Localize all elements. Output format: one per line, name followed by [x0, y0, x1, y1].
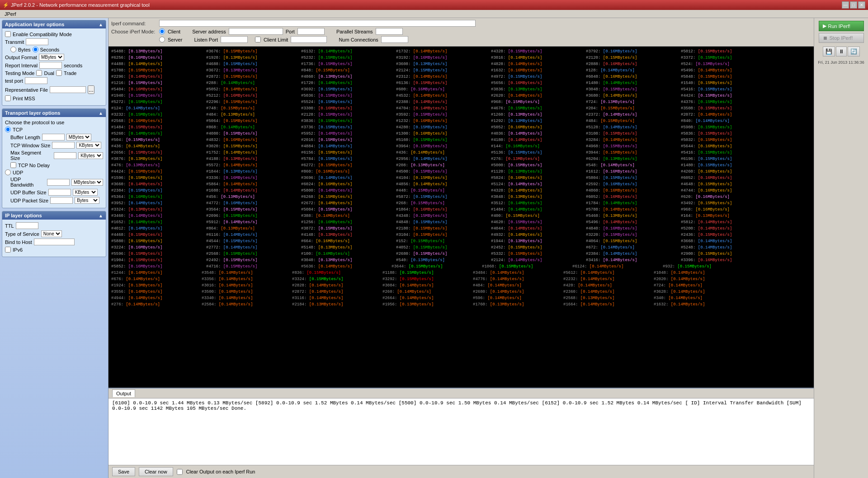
output-format-select[interactable]: MBytes KBytes GBytes	[39, 54, 64, 61]
buffer-length-unit[interactable]: MBytes	[66, 134, 91, 141]
rep-file-input[interactable]	[50, 86, 86, 93]
mode-row: Choose iPerf Mode: Client Server address…	[111, 28, 811, 35]
ipv6-row: IPv6	[5, 247, 103, 253]
udp-buffer-input[interactable]: 41	[48, 189, 71, 196]
rep-file-browse[interactable]: ...	[88, 85, 94, 94]
viz-entry: #3500: [0.14MBytes/s]	[201, 289, 291, 295]
viz-entry: #5032: [0.15MBytes/s]	[680, 137, 775, 143]
seconds-radio[interactable]	[33, 47, 38, 52]
refresh-icon-button[interactable]: 🔄	[848, 47, 860, 56]
test-port-input[interactable]: 5,001	[25, 77, 47, 84]
save-icon-button[interactable]: 💾	[823, 47, 835, 56]
run-icon: ▶	[823, 23, 826, 29]
viz-entry: #6136: [0.15MBytes/s]	[395, 80, 490, 86]
viz-entry: #1652: [0.14MBytes/s]	[110, 219, 205, 225]
max-segment-input[interactable]: 1	[54, 152, 76, 159]
tcp-radio[interactable]	[5, 127, 11, 132]
clear-on-run-checkbox[interactable]	[177, 469, 183, 475]
udp-packet-unit[interactable]: Bytes	[75, 197, 99, 204]
tos-select[interactable]: None	[41, 230, 62, 237]
server-address-input[interactable]: 192.168.0.4	[229, 28, 283, 35]
tcp-window-unit[interactable]: KBytes	[76, 142, 101, 149]
buffer-length-input[interactable]: 2	[42, 134, 65, 141]
udp-bandwidth-input[interactable]: 1	[47, 179, 70, 186]
viz-entry: #672: [0.14MBytes/s]	[585, 244, 680, 251]
client-limit-checkbox[interactable]	[255, 37, 261, 42]
udp-buffer-unit[interactable]: KBytes	[73, 189, 98, 196]
close-button[interactable]: ✕	[858, 1, 865, 9]
stop-iperf-button[interactable]: ⏹ Stop IPerf!	[819, 33, 864, 43]
viz-entry: #3372: [0.15MBytes/s]	[680, 55, 775, 61]
port-input[interactable]: 5,001	[297, 28, 325, 35]
app-layer-collapse[interactable]: ▲	[99, 22, 103, 27]
trade-checkbox[interactable]	[56, 70, 62, 76]
client-limit-input[interactable]	[291, 36, 327, 43]
tcp-window-row: TCP Window Size 56 KBytes	[5, 142, 103, 149]
viz-entry: #4968: [0.15MBytes/s]	[585, 143, 680, 150]
report-interval-input[interactable]: 1	[39, 62, 62, 69]
viz-entry: #5912: [0.14MBytes/s]	[205, 219, 300, 225]
max-segment-unit[interactable]: KBytes	[78, 152, 103, 159]
print-mss-checkbox[interactable]	[5, 95, 11, 101]
ttl-input[interactable]: 1	[16, 222, 38, 229]
viz-entry: #3108: [0.15MBytes/s]	[585, 131, 680, 137]
run-iperf-button[interactable]: ▶ Run IPerf!	[819, 21, 864, 31]
udp-radio[interactable]	[5, 169, 11, 175]
transmit-input[interactable]: 10	[26, 38, 48, 45]
parallel-streams-input[interactable]: 750	[376, 28, 403, 35]
viz-entry: #3048: [0.15MBytes/s]	[585, 86, 680, 93]
viz-entry: #4012: [0.14MBytes/s]	[110, 225, 205, 232]
bytes-radio[interactable]	[10, 47, 16, 52]
listen-port-input[interactable]: 5,001	[221, 36, 248, 43]
transport-layer-collapse[interactable]: ▲	[99, 111, 103, 116]
viz-entry: #1244: [0.14MBytes/s]	[110, 270, 201, 276]
client-radio[interactable]	[159, 28, 165, 34]
ipv6-checkbox[interactable]	[5, 247, 11, 253]
viz-entry: #1632: [0.14MBytes/s]	[653, 301, 743, 308]
udp-bandwidth-row: UDP Bandwidth 1 MBytes/sec	[5, 177, 103, 187]
viz-entry: #3492: [0.15MBytes/s]	[680, 200, 775, 206]
ttl-row: TTL 1	[5, 222, 103, 229]
viz-entry: #4036: [0.14MBytes/s]	[490, 131, 585, 137]
command-row: Iperf command: bin/iperf.exe -c 192.168.…	[111, 20, 811, 27]
maximize-button[interactable]: □	[850, 1, 857, 9]
viz-entry: #4488: [0.14MBytes/s]	[110, 61, 205, 67]
viz-entry: #268: [0.15MBytes/s]	[395, 200, 490, 206]
tcp-no-delay-checkbox[interactable]	[10, 162, 16, 168]
output-panel: Output [6100] 0.0-10.9 sec 1.44 MBytes 0…	[108, 388, 814, 478]
ip-layer-collapse[interactable]: ▲	[99, 213, 103, 218]
save-button[interactable]: Save	[112, 467, 135, 476]
tcp-window-input[interactable]: 56	[52, 142, 75, 149]
viz-entry: #5788: [0.14MBytes/s]	[585, 206, 680, 213]
viz-entry: #2384: [0.15MBytes/s]	[110, 187, 205, 194]
viz-entry: #748: [0.15MBytes/s]	[205, 105, 300, 112]
viz-entry: #5800: [0.14MBytes/s]	[300, 187, 395, 194]
viz-entry: #4972: [0.15MBytes/s]	[490, 74, 585, 80]
menu-item-jperf[interactable]: JPerf	[2, 10, 19, 18]
viz-entry: #2232: [0.14MBytes/s]	[562, 276, 653, 282]
num-connections-label: Num Connections	[339, 37, 378, 42]
bind-host-input[interactable]	[34, 239, 75, 245]
pause-icon-button[interactable]: ⏸	[836, 47, 847, 56]
udp-packet-input[interactable]: 1,500	[50, 197, 73, 204]
udp-bandwidth-unit[interactable]: MBytes/sec	[71, 179, 103, 186]
num-connections-input[interactable]: 0	[381, 36, 408, 43]
viz-entry: #3284: [0.14MBytes/s]	[585, 137, 680, 143]
minimize-button[interactable]: —	[842, 1, 849, 9]
server-radio[interactable]	[159, 37, 165, 42]
viz-entry: #4848: [0.15MBytes/s]	[395, 219, 490, 225]
titlebar-controls[interactable]: — □ ✕	[842, 1, 865, 9]
app-layer-section: Application layer options ▲ Enable Compa…	[2, 20, 106, 106]
clear-now-button[interactable]: Clear now	[139, 467, 173, 476]
viz-entry: #2568: [0.13MBytes/s]	[562, 295, 653, 301]
viz-entry: #388: [0.14MBytes/s]	[300, 213, 395, 219]
dual-checkbox[interactable]	[36, 70, 42, 76]
enable-compat-checkbox[interactable]	[5, 31, 11, 37]
viz-entry: #5036: [0.15MBytes/s]	[300, 93, 395, 99]
output-text[interactable]: [6100] 0.0-10.9 sec 1.44 MBytes 0.13 MBy…	[108, 398, 814, 465]
viz-entry: #3460: [0.14MBytes/s]	[110, 213, 205, 219]
viz-entry: #4188: [0.13MBytes/s]	[205, 156, 300, 162]
command-input[interactable]: bin/iperf.exe -c 192.168.0.4 -P 750 -i 1…	[159, 20, 476, 27]
viz-entry: #5416: [0.15MBytes/s]	[680, 86, 775, 93]
output-tab-item[interactable]: Output	[112, 389, 135, 397]
